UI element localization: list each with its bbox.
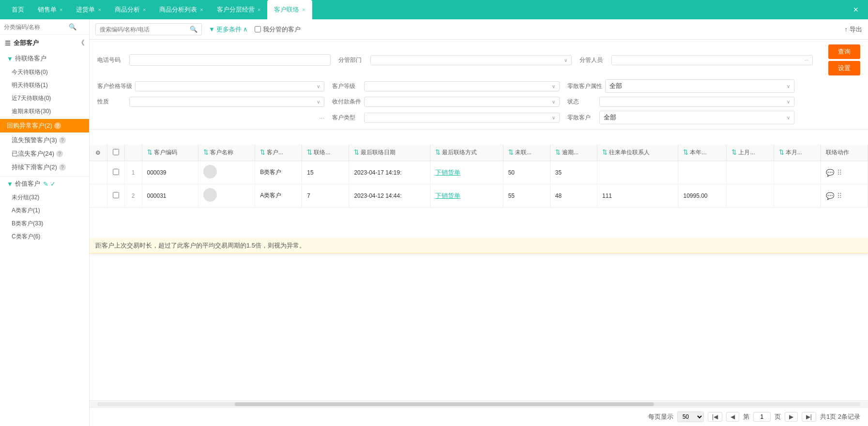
retail-customer-select[interactable]: 全部 ∨ xyxy=(599,111,794,124)
row1-settings xyxy=(90,161,107,184)
th-overdue[interactable]: ⇅逾期... xyxy=(550,145,597,161)
gender-label: 性质 xyxy=(97,98,126,106)
dept-select[interactable]: ∨ xyxy=(370,55,572,65)
row2-last-method[interactable]: 下销货单 xyxy=(430,184,503,207)
sidebar-item-declining[interactable]: 持续下滑客户(2) ? xyxy=(0,161,89,174)
group-arrow-icon: ▼ xyxy=(7,55,13,62)
nav-product-analysis-close[interactable]: × xyxy=(143,7,146,13)
gender-select[interactable]: ∨ xyxy=(129,97,324,107)
row1-last-method[interactable]: 下销货单 xyxy=(430,161,503,184)
row1-more-icon[interactable]: ⠿ xyxy=(837,169,842,176)
person-select[interactable]: ··· xyxy=(611,55,813,65)
prev-page-button[interactable]: ◀ xyxy=(726,412,739,422)
row1-select-checkbox[interactable] xyxy=(113,169,119,175)
th-code[interactable]: ⇅客户编码 xyxy=(142,145,198,161)
per-page-select[interactable]: 10 20 50 100 xyxy=(677,411,704,422)
sidebar-item-repurchase-anomaly[interactable]: 回购异常客户(2) ? xyxy=(0,119,89,132)
nav-product-analysis-list-close[interactable]: × xyxy=(200,7,203,13)
sidebar-item-class-c[interactable]: C类客户(6) xyxy=(0,230,89,243)
row1-chat-icon[interactable]: 💬 xyxy=(826,169,834,176)
price-level-label: 客户价格等级 xyxy=(97,82,132,90)
window-close-button[interactable]: × xyxy=(848,5,863,15)
filter-status: 状态 ∨ xyxy=(567,97,794,107)
customer-type-select[interactable]: ∨ xyxy=(364,113,559,123)
nav-purchase[interactable]: 进货单 × xyxy=(69,0,107,19)
status-select[interactable]: ∨ xyxy=(599,97,794,107)
th-uncontacted[interactable]: ⇅未联... xyxy=(503,145,550,161)
nav-customer-tier[interactable]: 客户分层经营 × xyxy=(210,0,267,19)
payment-select[interactable]: ∨ xyxy=(364,97,559,107)
sidebar-item-ungrouped[interactable]: 未分组(32) xyxy=(0,191,89,204)
nav-customer-tier-close[interactable]: × xyxy=(258,7,260,13)
scroll-thumb[interactable] xyxy=(235,402,655,406)
nav-sales-close[interactable]: × xyxy=(60,7,62,13)
row2-last-method-link[interactable]: 下销货单 xyxy=(435,192,460,199)
sidebar-group-waiting[interactable]: ▼ 待联络客户 xyxy=(0,51,89,66)
churned-help-icon[interactable]: ? xyxy=(56,150,63,157)
sidebar-item-today[interactable]: 今天待联络(0) xyxy=(0,66,89,79)
my-customer-checkbox[interactable] xyxy=(255,26,261,32)
sidebar-all-customers[interactable]: ☰ 全部客户 《 xyxy=(0,35,89,51)
sidebar-item-tomorrow[interactable]: 明天待联络(1) xyxy=(0,79,89,92)
query-button[interactable]: 查询 xyxy=(828,44,860,59)
th-this-year[interactable]: ⇅本年... xyxy=(678,145,727,161)
th-settings[interactable]: ⚙ xyxy=(90,145,107,161)
retail-attr-select[interactable]: 全部 ∨ xyxy=(605,79,794,93)
nav-customer-contact-close[interactable]: × xyxy=(302,7,305,13)
filter-more-dots[interactable]: ··· xyxy=(319,114,324,121)
row2-more-icon[interactable]: ⠿ xyxy=(837,192,842,200)
th-unit-contact[interactable]: ⇅往来单位联系人 xyxy=(597,145,678,161)
all-customers-label: 全部客户 xyxy=(14,39,39,47)
th-contact[interactable]: ⇅联络... xyxy=(302,145,349,161)
churn-warning-help-icon[interactable]: ? xyxy=(59,137,66,144)
sidebar-collapse-icon[interactable]: 《 xyxy=(78,39,84,47)
nav-sales[interactable]: 销售单 × xyxy=(31,0,69,19)
settings-button[interactable]: 设置 xyxy=(828,61,860,75)
value-customers-edit-icon[interactable]: ✎ xyxy=(43,180,48,188)
search-input[interactable] xyxy=(100,26,190,33)
customer-level-select[interactable]: ∨ xyxy=(364,81,559,91)
more-filter-button[interactable]: ▼ 更多条件 ∧ xyxy=(206,25,251,34)
retail-customer-label: 零散客户 xyxy=(567,114,596,122)
sidebar-group-value-customers[interactable]: ▼ 价值客户 ✎ ✓ xyxy=(0,176,89,191)
last-page-button[interactable]: ▶| xyxy=(802,412,816,422)
horizontal-scrollbar[interactable] xyxy=(90,400,868,407)
sidebar-item-churned[interactable]: 已流失客户(24) ? xyxy=(0,147,89,161)
page-end-label: 页 xyxy=(775,412,781,421)
nav-product-analysis[interactable]: 商品分析 × xyxy=(108,0,152,19)
th-action: 联络动作 xyxy=(821,145,868,161)
nav-home[interactable]: 首页 xyxy=(5,0,31,19)
export-button[interactable]: ↑ 导出 xyxy=(845,25,863,34)
filter-panel: 电话号码 分管部门 ∨ 分管人员 ··· xyxy=(90,40,868,130)
th-level[interactable]: ⇅客户... xyxy=(255,145,302,161)
sidebar-item-overdue[interactable]: 逾期未联络(30) xyxy=(0,105,89,118)
repurchase-anomaly-help-icon[interactable]: ? xyxy=(54,122,61,129)
nav-purchase-close[interactable]: × xyxy=(98,7,101,13)
sidebar-item-class-b[interactable]: B类客户(33) xyxy=(0,217,89,230)
sidebar-item-class-a[interactable]: A类客户(1) xyxy=(0,204,89,217)
th-last-method[interactable]: ⇅最后联络方式 xyxy=(430,145,503,161)
price-level-select[interactable]: ∨ xyxy=(135,81,324,91)
data-table-container: 距客户上次交易时长，超过了此客户的平均交易周期的1.5倍，则视为异常。 ⚙ ⇅客… xyxy=(90,130,868,400)
sidebar-search-icon[interactable]: 🔍 xyxy=(69,23,76,30)
page-input[interactable] xyxy=(753,412,771,422)
first-page-button[interactable]: |◀ xyxy=(708,412,722,422)
declining-help-icon[interactable]: ? xyxy=(59,164,66,171)
row1-last-method-link[interactable]: 下销货单 xyxy=(435,169,460,176)
th-name[interactable]: ⇅客户名称 xyxy=(198,145,255,161)
row2-select-checkbox[interactable] xyxy=(113,192,119,198)
th-last-date[interactable]: ⇅最后联络日期 xyxy=(349,145,430,161)
nav-product-analysis-list[interactable]: 商品分析列表 × xyxy=(152,0,210,19)
row2-avatar xyxy=(203,188,217,202)
phone-input[interactable] xyxy=(129,54,331,66)
sidebar-search-input[interactable] xyxy=(4,24,67,30)
sidebar-item-churn-warning[interactable]: 流失预警客户(3) ? xyxy=(0,133,89,147)
sidebar-item-7days[interactable]: 近7天待联络(0) xyxy=(0,92,89,105)
th-this-month[interactable]: ⇅本月... xyxy=(774,145,821,161)
row2-chat-icon[interactable]: 💬 xyxy=(826,192,834,200)
next-page-button[interactable]: ▶ xyxy=(785,412,798,422)
nav-customer-contact[interactable]: 客户联络 × xyxy=(267,0,312,19)
th-last-month[interactable]: ⇅上月... xyxy=(727,145,774,161)
value-customers-check-icon[interactable]: ✓ xyxy=(50,180,56,188)
select-all-checkbox[interactable] xyxy=(113,149,119,155)
